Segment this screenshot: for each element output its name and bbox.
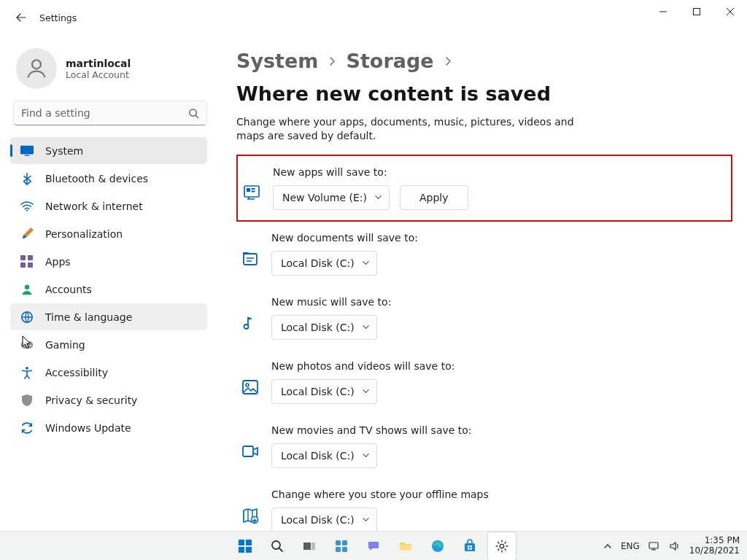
chat[interactable]: [359, 532, 388, 561]
sidebar-item-label: Privacy & security: [45, 394, 137, 406]
select-photos-drive[interactable]: Local Disk (C:): [271, 379, 377, 404]
svg-point-15: [26, 367, 28, 370]
sidebar-item-personalize[interactable]: Personalization: [10, 220, 207, 247]
section-label: New photos and videos will save to:: [271, 360, 454, 372]
chevron-right-icon: [444, 56, 452, 66]
sidebar-item-system[interactable]: System: [10, 137, 207, 164]
chevron-down-icon: [374, 192, 382, 203]
sidebar-item-accessibility[interactable]: Accessibility: [10, 359, 207, 386]
svg-rect-44: [471, 548, 473, 550]
tray-chevron[interactable]: [603, 542, 612, 551]
tray-language[interactable]: ENG: [621, 541, 640, 551]
sidebar-item-network[interactable]: Network & internet: [10, 192, 207, 219]
tray-clock[interactable]: 1:35 PM 10/28/2021: [689, 536, 740, 556]
select-value: Local Disk (C:): [281, 514, 355, 526]
select-docs-drive[interactable]: Local Disk (C:): [271, 251, 377, 276]
sidebar-item-privacy[interactable]: Privacy & security: [10, 386, 207, 413]
svg-rect-7: [28, 255, 33, 260]
maximize-button[interactable]: [680, 0, 713, 23]
sidebar-item-label: Apps: [45, 256, 71, 268]
select-movies-drive[interactable]: Local Disk (C:): [271, 443, 377, 468]
section-apps: New apps will save to:New Volume (E:)App…: [236, 155, 732, 222]
svg-rect-38: [400, 545, 411, 551]
sidebar-item-time-lang[interactable]: Time & language: [10, 303, 207, 330]
svg-rect-4: [24, 155, 29, 155]
breadcrumb-system[interactable]: System: [236, 50, 318, 72]
apps-icon: [20, 255, 34, 268]
chevron-down-icon: [362, 322, 370, 333]
section-label: New documents will save to:: [271, 232, 418, 244]
taskview-icon: [302, 539, 317, 553]
widgets-icon: [334, 539, 349, 553]
sidebar-item-label: Accessibility: [45, 367, 108, 378]
svg-point-13: [29, 343, 31, 344]
svg-point-1: [32, 60, 41, 69]
select-maps-drive[interactable]: Local Disk (C:): [271, 508, 377, 531]
svg-rect-0: [694, 9, 700, 15]
breadcrumb-current: Where new content is saved: [236, 82, 551, 105]
svg-point-5: [26, 209, 28, 211]
search-box[interactable]: [13, 101, 207, 125]
tray-volume[interactable]: [669, 541, 681, 551]
sidebar-item-gaming[interactable]: Gaming: [10, 331, 207, 358]
gear-icon: [495, 539, 509, 553]
breadcrumb-storage[interactable]: Storage: [346, 50, 433, 72]
select-music-drive[interactable]: Local Disk (C:): [271, 315, 377, 340]
start-button[interactable]: [231, 532, 260, 561]
task-view[interactable]: [295, 532, 324, 561]
search-input[interactable]: [21, 107, 182, 119]
file-explorer[interactable]: [391, 532, 420, 561]
edge[interactable]: [423, 532, 452, 561]
svg-rect-32: [303, 542, 311, 550]
network-icon: [649, 541, 660, 551]
svg-rect-9: [28, 262, 33, 268]
window-title: Settings: [39, 12, 77, 23]
profile-name: martinlocal: [66, 58, 131, 69]
svg-rect-28: [246, 540, 252, 545]
page-description: Change where your apps, documents, music…: [236, 115, 579, 143]
svg-rect-23: [243, 381, 258, 394]
apps-icon: [241, 182, 263, 204]
section-movies: New movies and TV shows will save to:Loc…: [236, 414, 732, 478]
svg-point-31: [272, 541, 280, 549]
svg-rect-18: [252, 188, 255, 190]
section-maps: Change where you store your offline maps…: [236, 478, 732, 531]
svg-rect-36: [336, 547, 341, 552]
sidebar-item-accounts[interactable]: Accounts: [10, 276, 207, 303]
chevron-down-icon: [362, 514, 370, 526]
minimize-button[interactable]: [646, 0, 680, 23]
sidebar-item-label: Bluetooth & devices: [45, 173, 148, 184]
edge-icon: [430, 539, 445, 553]
photos-icon: [239, 376, 261, 398]
svg-rect-41: [468, 545, 470, 548]
tray-network[interactable]: [649, 541, 660, 551]
profile-block[interactable]: martinlocal Local Account: [10, 44, 213, 101]
svg-rect-34: [336, 540, 341, 545]
settings-app[interactable]: [487, 532, 516, 561]
select-apps-drive[interactable]: New Volume (E:): [273, 185, 390, 210]
back-button[interactable]: [7, 4, 35, 31]
chat-icon: [366, 539, 381, 553]
close-button[interactable]: [713, 0, 747, 23]
search-icon: [188, 108, 199, 119]
select-value: Local Disk (C:): [281, 322, 355, 333]
sidebar-item-bluetooth[interactable]: Bluetooth & devices: [10, 165, 207, 192]
sidebar-item-update[interactable]: Windows Update: [10, 414, 207, 441]
svg-rect-20: [244, 254, 257, 265]
nav: SystemBluetooth & devicesNetwork & inter…: [10, 137, 213, 441]
chevron-down-icon: [362, 386, 370, 397]
sidebar-item-apps[interactable]: Apps: [10, 248, 207, 275]
apply-label: Apply: [419, 192, 449, 203]
chevron-down-icon: [362, 450, 370, 462]
apply-button-apps[interactable]: Apply: [400, 185, 468, 210]
chevron-right-icon: [328, 56, 336, 66]
search-icon: [270, 539, 285, 553]
network-icon: [20, 200, 34, 213]
store[interactable]: [455, 532, 484, 561]
svg-rect-42: [471, 545, 473, 548]
taskbar-search[interactable]: [263, 532, 292, 561]
widgets[interactable]: [327, 532, 356, 561]
tray-time: 1:35 PM: [689, 536, 740, 546]
svg-rect-27: [239, 540, 244, 545]
profile-sub: Local Account: [66, 69, 131, 80]
